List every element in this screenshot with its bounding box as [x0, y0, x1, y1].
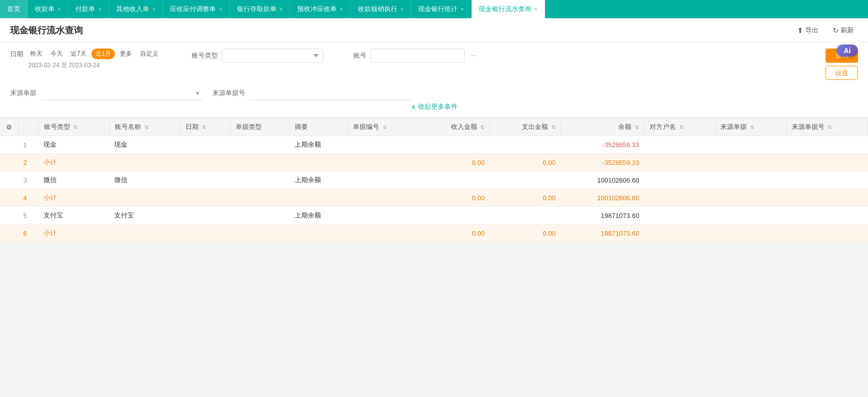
close-tab-prepayment-icon[interactable]: ×	[340, 6, 343, 12]
row-doc-no-cell	[348, 207, 419, 225]
row-source-doc-cell	[715, 189, 786, 207]
nav-tab-receipt[interactable]: 收款单 ×	[28, 0, 68, 18]
date-column-header[interactable]: 日期 ⇅	[180, 118, 231, 136]
row-account-type-cell: 小计	[38, 189, 109, 207]
row-summary-cell: 上期余额	[290, 171, 348, 189]
row-gear-cell	[0, 189, 18, 207]
source-doc-no-column-header[interactable]: 来源单据号 ⇅	[786, 118, 867, 136]
nav-tab-cash-bank-stat[interactable]: 现金银行统计 ×	[411, 0, 471, 18]
collapse-bar[interactable]: ∧ 收起更多条件	[10, 100, 858, 111]
row-doc-type-cell	[231, 189, 290, 207]
nav-tab-other-income[interactable]: 其他收入单 ×	[109, 0, 163, 18]
row-num-cell: 2	[18, 154, 38, 171]
row-num-cell: 4	[18, 189, 38, 207]
nav-tab-payment[interactable]: 付款单 ×	[68, 0, 109, 18]
row-account-type-cell: 微信	[38, 171, 109, 189]
table-header-row: ⚙ 账号类型 ⇅ 账号名称 ⇅ 日期 ⇅ 单据类型 摘要 单据编号	[0, 118, 868, 136]
export-button[interactable]: ⬆ 导出	[793, 24, 823, 37]
date-opt-custom[interactable]: 自定义	[137, 49, 161, 59]
gear-column-header[interactable]: ⚙	[0, 118, 18, 136]
date-opt-1month[interactable]: 近1月	[92, 49, 115, 59]
filter-area: 日期 昨天 今天 近7天 近1月 更多 自定义 2023-02-24 至 202…	[0, 42, 868, 118]
ai-badge[interactable]: Ai	[837, 45, 858, 57]
date-options: 昨天 今天 近7天 近1月 更多 自定义	[27, 49, 161, 59]
row-source-doc-no-cell	[786, 189, 867, 207]
table-row[interactable]: 6 小计 0.00 0.00 19871073.60	[0, 225, 868, 242]
nav-tab-prepayment[interactable]: 预收冲应收单 ×	[290, 0, 350, 18]
nav-tab-receipt-exec[interactable]: 收款核销执行 ×	[351, 0, 411, 18]
row-gear-cell	[0, 225, 18, 242]
date-opt-today[interactable]: 今天	[48, 49, 66, 59]
row-expense-cell: 0.00	[490, 189, 561, 207]
row-account-type-cell: 小计	[38, 154, 109, 171]
expense-sort-icon: ⇅	[552, 124, 556, 130]
account-input[interactable]	[371, 49, 465, 63]
row-counterpart-cell	[644, 136, 715, 154]
row-counterpart-cell	[644, 225, 715, 242]
row-date-cell	[180, 189, 231, 207]
source-doc-no-sort-icon: ⇅	[828, 124, 832, 130]
account-label: 账号	[353, 51, 367, 60]
account-type-column-header[interactable]: 账号类型 ⇅	[38, 118, 109, 136]
row-gear-cell	[0, 136, 18, 154]
row-income-cell: 0.00	[419, 154, 489, 171]
doc-no-column-header[interactable]: 单据编号 ⇅	[348, 118, 419, 136]
row-gear-cell	[0, 154, 18, 171]
row-expense-cell	[490, 207, 561, 225]
nav-tab-ar-ap-adjust[interactable]: 应收应付调整单 ×	[163, 0, 230, 18]
close-tab-cash-bank-flow-icon[interactable]: ×	[534, 6, 537, 12]
refresh-icon: ↻	[833, 26, 839, 34]
row-doc-no-cell	[348, 189, 419, 207]
doc-type-column-header: 单据类型	[231, 118, 290, 136]
close-tab-receipt-icon[interactable]: ×	[58, 6, 61, 12]
close-tab-receipt-exec-icon[interactable]: ×	[400, 6, 403, 12]
table-row[interactable]: 4 小计 0.00 0.00 100102606.60	[0, 189, 868, 207]
row-summary-cell: 上期余额	[290, 136, 348, 154]
close-tab-cash-bank-stat-icon[interactable]: ×	[461, 6, 464, 12]
account-dots-icon[interactable]: ···	[469, 51, 479, 60]
close-tab-ar-ap-adjust-icon[interactable]: ×	[219, 6, 222, 12]
row-balance-cell: -3528659.33	[561, 136, 644, 154]
nav-tab-cash-bank-flow[interactable]: 现金银行流水查询 ×	[472, 0, 545, 18]
date-opt-7days[interactable]: 近7天	[68, 49, 89, 59]
nav-home[interactable]: 首页	[0, 0, 28, 18]
counterpart-column-header[interactable]: 对方户名 ⇅	[644, 118, 715, 136]
table-container: ⚙ 账号类型 ⇅ 账号名称 ⇅ 日期 ⇅ 单据类型 摘要 单据编号	[0, 118, 868, 242]
page-title: 现金银行流水查询	[10, 24, 83, 36]
row-expense-cell: 0.00	[490, 154, 561, 171]
header-actions: ⬆ 导出 ↻ 刷新	[793, 24, 858, 37]
account-name-column-header[interactable]: 账号名称 ⇅	[109, 118, 180, 136]
row-source-doc-cell	[715, 136, 786, 154]
balance-sort-icon: ⇅	[635, 124, 639, 130]
balance-column-header[interactable]: 余额 ⇅	[561, 118, 644, 136]
source-doc-no-input[interactable]	[249, 86, 411, 100]
table-row[interactable]: 1 现金 现金 上期余额 -3528659.33	[0, 136, 868, 154]
row-date-cell	[180, 136, 231, 154]
row-counterpart-cell	[644, 154, 715, 171]
date-range-display: 2023-02-24 至 2023-03-24	[28, 62, 100, 69]
table-row[interactable]: 3 微信 微信 上期余额 100102606.60	[0, 171, 868, 189]
date-opt-yesterday[interactable]: 昨天	[27, 49, 45, 59]
account-type-sort-icon: ⇅	[73, 124, 77, 130]
table-row[interactable]: 2 小计 0.00 0.00 -3528659.33	[0, 154, 868, 171]
expense-column-header[interactable]: 支出金额 ⇅	[490, 118, 561, 136]
income-column-header[interactable]: 收入金额 ⇅	[419, 118, 489, 136]
source-row: 来源单据 ▼ 来源单据号	[10, 86, 858, 100]
source-doc-column-header[interactable]: 来源单据 ⇅	[715, 118, 786, 136]
account-type-select[interactable]	[222, 49, 323, 63]
source-doc-select[interactable]	[40, 86, 202, 100]
nav-tab-bank-deposit[interactable]: 银行存取款单 ×	[230, 0, 290, 18]
close-tab-payment-icon[interactable]: ×	[98, 6, 101, 12]
num-column-header	[18, 118, 38, 136]
row-balance-cell: 100102606.60	[561, 171, 644, 189]
row-balance-cell: -3528659.33	[561, 154, 644, 171]
refresh-button[interactable]: ↻ 刷新	[829, 24, 858, 37]
table-row[interactable]: 5 支付宝 支付宝 上期余额 19871073.60	[0, 207, 868, 225]
row-account-type-cell: 支付宝	[38, 207, 109, 225]
settings-button[interactable]: 设置	[826, 66, 858, 80]
close-tab-bank-deposit-icon[interactable]: ×	[280, 6, 283, 12]
close-tab-other-income-icon[interactable]: ×	[152, 6, 155, 12]
date-opt-more[interactable]: 更多	[117, 49, 135, 59]
row-source-doc-cell	[715, 207, 786, 225]
row-num-cell: 6	[18, 225, 38, 242]
